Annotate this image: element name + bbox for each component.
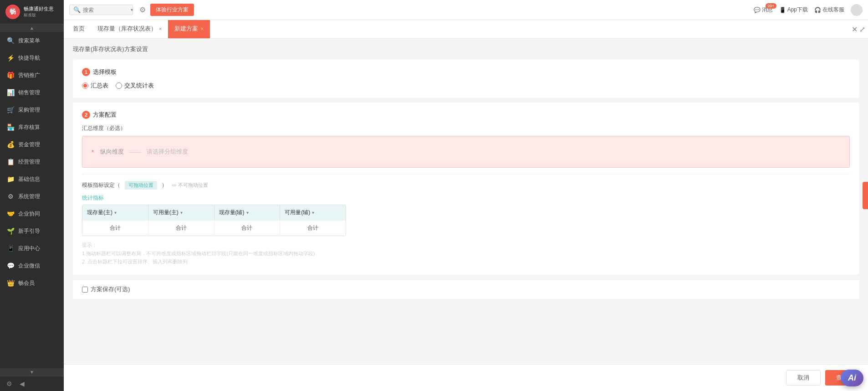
app-download-button[interactable]: 📱 App下载 <box>779 6 808 14</box>
strikethrough-icon: ▭ <box>172 182 176 188</box>
sidebar-item-label: 经营管理 <box>18 158 40 166</box>
message-button[interactable]: 💬 消息 99+ <box>754 6 773 14</box>
stats-col-2-label: 现存量(辅) <box>219 209 245 216</box>
sidebar-item-label: 搜索菜单 <box>18 37 40 45</box>
sidebar-item-sales[interactable]: 📊 销售管理 <box>0 84 64 101</box>
search-icon: 🔍 <box>73 6 81 13</box>
message-badge: 99+ <box>766 3 776 9</box>
user-avatar[interactable] <box>851 4 863 16</box>
sidebar-item-wecom[interactable]: 💬 企业微信 <box>0 257 64 274</box>
collapse-icon[interactable]: ◀ <box>20 380 25 387</box>
enterprise-icon: 🤝 <box>6 210 15 218</box>
sidebar-item-label: 库存核算 <box>18 123 40 131</box>
basic-info-icon: 📁 <box>6 175 15 183</box>
step1-card: 1 选择模板 汇总表 交叉统计表 <box>73 60 859 98</box>
stats-col-0-dropdown-icon[interactable]: ▾ <box>114 210 117 215</box>
sidebar-item-label: 采购管理 <box>18 106 40 114</box>
sidebar-scroll-down[interactable]: ▼ <box>0 368 64 376</box>
sidebar-item-label: 新手引导 <box>18 227 40 235</box>
search-dropdown-icon[interactable]: ▾ <box>131 7 133 12</box>
sidebar-item-label: 营销推广 <box>18 72 40 79</box>
separator <box>82 174 850 175</box>
stats-col-0-label: 现存量(主) <box>87 209 112 216</box>
radio-crosstab-label: 交叉统计表 <box>124 82 154 90</box>
step2-badge: 2 <box>82 111 90 119</box>
topbar-right: 💬 消息 99+ 📱 App下载 🎧 在线客服 <box>754 4 863 16</box>
sidebar-item-label: 基础信息 <box>18 175 40 183</box>
trial-button[interactable]: 体验行业方案 <box>150 4 194 16</box>
sidebar-item-app-center[interactable]: 📱 应用中心 <box>0 240 64 257</box>
inventory-tab-close-icon[interactable]: × <box>159 26 162 31</box>
radio-summary-input[interactable] <box>82 82 88 89</box>
logo-icon: 畅 <box>5 5 20 19</box>
sidebar-item-operations[interactable]: 📋 经营管理 <box>0 153 64 170</box>
guide-icon: 🌱 <box>6 227 15 235</box>
search-menu-icon: 🔍 <box>6 36 15 45</box>
new-plan-tab-close-icon[interactable]: × <box>200 26 203 31</box>
step2-title: 2 方案配置 <box>82 111 850 119</box>
sidebar-item-quick-nav[interactable]: ⚡ 快捷导航 <box>0 49 64 67</box>
cancel-button[interactable]: 取消 <box>786 370 821 386</box>
wecom-icon: 💬 <box>6 262 15 270</box>
sidebar-item-search[interactable]: 🔍 搜索菜单 <box>0 32 64 49</box>
search-box[interactable]: 🔍 ▾ <box>69 5 133 15</box>
sidebar-menu: 🔍 搜索菜单 ⚡ 快捷导航 🎁 营销推广 📊 销售管理 🛒 采购管理 🏪 库存核… <box>0 32 64 368</box>
indicator-label: 模板指标设定（ <box>82 181 120 189</box>
sidebar-item-member[interactable]: 👑 畅会员 <box>0 274 64 292</box>
radio-crosstab-input[interactable] <box>116 82 122 89</box>
sidebar-item-label: 快捷导航 <box>18 54 40 62</box>
tab-home[interactable]: 首页 <box>66 20 91 38</box>
sidebar-item-system[interactable]: ⚙ 系统管理 <box>0 188 64 205</box>
stats-col-1-label: 可用量(主) <box>153 209 179 216</box>
sidebar-item-marketing[interactable]: 🎁 营销推广 <box>0 67 64 84</box>
stats-col-1-dropdown-icon[interactable]: ▾ <box>180 210 183 215</box>
step1-title: 1 选择模板 <box>82 68 850 76</box>
stats-col-2-dropdown-icon[interactable]: ▾ <box>246 210 249 215</box>
stats-col-3-dropdown-icon[interactable]: ▾ <box>312 210 314 215</box>
marketing-icon: 🎁 <box>6 71 15 79</box>
system-icon: ⚙ <box>6 192 15 201</box>
sidebar-scroll-up[interactable]: ▲ <box>0 24 64 32</box>
sidebar-item-guide[interactable]: 🌱 新手引导 <box>0 222 64 240</box>
step1-badge: 1 <box>82 68 90 76</box>
sidebar-item-enterprise[interactable]: 🤝 企业协同 <box>0 205 64 222</box>
save-option-row: 方案保存(可选) <box>73 279 859 299</box>
step2-label: 方案配置 <box>93 111 117 119</box>
indicator-label-after: ） <box>162 181 167 189</box>
tab-new-plan[interactable]: 新建方案 × <box>168 20 209 38</box>
stats-th-0: 现存量(主) ▾ <box>82 205 148 220</box>
sidebar-item-purchase[interactable]: 🛒 采购管理 <box>0 101 64 118</box>
quick-nav-icon: ⚡ <box>6 54 15 62</box>
main-content: 🔍 ▾ ⚙ 体验行业方案 💬 消息 99+ 📱 App下载 🎧 在线客服 <box>64 0 868 391</box>
sidebar-item-finance[interactable]: 💰 资金管理 <box>0 136 64 153</box>
settings-icon[interactable]: ⚙ <box>6 380 12 387</box>
dimension-area[interactable]: * 纵向维度 —— 请选择分组维度 <box>82 136 850 168</box>
step1-label: 选择模板 <box>93 68 117 76</box>
stats-th-1: 可用量(主) ▾ <box>148 205 214 220</box>
app-version: 标准版 <box>24 12 54 18</box>
gear-icon[interactable]: ⚙ <box>139 5 146 14</box>
radio-summary[interactable]: 汇总表 <box>82 82 108 90</box>
stats-th-3: 可用量(辅) ▾ <box>280 205 346 220</box>
sidebar-item-basic-info[interactable]: 📁 基础信息 <box>0 170 64 188</box>
sidebar-item-label: 应用中心 <box>18 245 40 252</box>
stats-th-2: 现存量(辅) ▾ <box>214 205 281 220</box>
ai-bubble[interactable]: Ai <box>841 370 863 386</box>
stats-table: 现存量(主) ▾ 可用量(主) ▾ 现存量(辅) ▾ 可用量(辅) ▾ <box>82 205 346 236</box>
radio-crosstab[interactable]: 交叉统计表 <box>116 82 154 90</box>
tab-inventory-status[interactable]: 现存量（库存状况表） × <box>91 20 168 38</box>
dim-dash: —— <box>129 149 141 155</box>
tab-close-ctrl-icon[interactable]: ✕ <box>852 25 858 34</box>
customer-service-button[interactable]: 🎧 在线客服 <box>814 6 844 14</box>
app-center-icon: 📱 <box>6 244 15 252</box>
tab-expand-ctrl-icon[interactable]: ⤢ <box>859 25 865 34</box>
right-edge-handle[interactable] <box>863 182 868 209</box>
save-checkbox[interactable] <box>82 287 88 293</box>
search-input[interactable] <box>83 7 128 13</box>
tips-item-1: 2. 点击标题栏下拉可设置排序、插入列和删除列 <box>82 258 850 265</box>
stats-td-2: 合计 <box>214 220 281 236</box>
sidebar-item-inventory[interactable]: 🏪 库存核算 <box>0 118 64 136</box>
new-plan-tab-label: 新建方案 <box>174 25 198 33</box>
sidebar-item-label: 企业微信 <box>18 262 40 270</box>
tabs-bar: 首页 现存量（库存状况表） × 新建方案 × ✕ ⤢ <box>64 20 868 39</box>
